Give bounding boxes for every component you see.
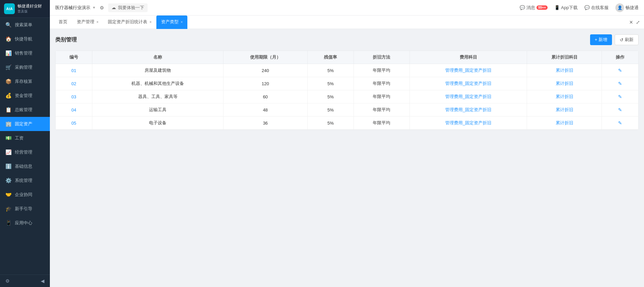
cell-name: 器具、工具、家具等 bbox=[92, 90, 223, 103]
company-selector[interactable]: 医疗器械行业演示 ▼ bbox=[55, 5, 96, 11]
tab-asset-manage-close[interactable]: × bbox=[96, 20, 98, 24]
content-area: 类别管理 + 新增 ↺ 刷新 编号 名称 使用期限（月） 残值率 折旧方法 bbox=[50, 29, 644, 287]
sidebar-item-label: 工资 bbox=[15, 135, 24, 141]
sidebar-item-operation[interactable]: 📈 经营管理 bbox=[0, 145, 50, 159]
sidebar-item-label: 销售管理 bbox=[15, 50, 32, 56]
table-row: 01 房屋及建筑物 240 5% 年限平均 管理费用_固定资产折旧 累计折旧 ✎ bbox=[56, 64, 638, 77]
sidebar-item-salary[interactable]: 💵 工资 bbox=[0, 131, 50, 145]
sidebar-item-label: 应用中心 bbox=[15, 220, 32, 226]
app-center-icon: 📱 bbox=[5, 220, 11, 226]
col-name: 名称 bbox=[92, 51, 223, 64]
cell-name: 电子设备 bbox=[92, 117, 223, 130]
edit-icon[interactable]: ✎ bbox=[618, 120, 622, 126]
refresh-icon: ↺ bbox=[620, 37, 623, 42]
tabs-bar: 首页 资产管理 × 固定资产折旧统计表 × 资产类型 × ✕ ⤢ bbox=[50, 15, 644, 29]
sidebar-item-label: 经营管理 bbox=[15, 149, 32, 155]
new-button[interactable]: + 新增 bbox=[590, 34, 612, 45]
sidebar-item-guide[interactable]: 🎓 新手引导 bbox=[0, 202, 50, 216]
tab-asset-type-close[interactable]: × bbox=[181, 20, 183, 24]
page-header: 类别管理 + 新增 ↺ 刷新 bbox=[55, 34, 639, 45]
cell-action[interactable]: ✎ bbox=[602, 117, 638, 130]
col-residual: 残值率 bbox=[307, 51, 354, 64]
cell-name: 房屋及建筑物 bbox=[92, 64, 223, 77]
sidebar-item-label: 企业协同 bbox=[15, 192, 32, 198]
collapse-icon[interactable]: ◀ bbox=[41, 278, 44, 284]
col-accumulated: 累计折旧科目 bbox=[527, 51, 602, 64]
col-code: 编号 bbox=[56, 51, 92, 64]
message-icon: 💬 bbox=[520, 5, 525, 10]
cell-expense: 管理费用_固定资产折旧 bbox=[409, 77, 527, 90]
cell-method: 年限平均 bbox=[354, 64, 410, 77]
basic-icon: ℹ️ bbox=[5, 163, 11, 169]
cell-action[interactable]: ✎ bbox=[602, 103, 638, 117]
table-row: 05 电子设备 36 5% 年限平均 管理费用_固定资产折旧 累计折旧 ✎ bbox=[56, 117, 638, 130]
cell-action[interactable]: ✎ bbox=[602, 90, 638, 103]
fixed-assets-icon: 🏢 bbox=[5, 121, 11, 127]
demo-button[interactable]: ☁ 我要体验一下 bbox=[108, 3, 148, 12]
table: 编号 名称 使用期限（月） 残值率 折旧方法 费用科目 累计折旧科目 操作 01… bbox=[56, 51, 638, 130]
cell-method: 年限平均 bbox=[354, 117, 410, 130]
sidebar-item-quicknav[interactable]: 🏠 快捷导航 bbox=[0, 32, 50, 46]
cell-action[interactable]: ✎ bbox=[602, 64, 638, 77]
table-row: 02 机器、机械和其他生产设备 120 5% 年限平均 管理费用_固定资产折旧 … bbox=[56, 77, 638, 90]
cell-period: 48 bbox=[223, 103, 307, 117]
sidebar-item-inventory[interactable]: 📦 库存核算 bbox=[0, 74, 50, 89]
sidebar-item-capital[interactable]: 💰 资金管理 bbox=[0, 89, 50, 103]
tab-asset-type-label: 资产类型 bbox=[161, 19, 179, 25]
inventory-icon: 📦 bbox=[5, 78, 11, 85]
edit-icon[interactable]: ✎ bbox=[618, 68, 622, 73]
sidebar-item-label: 系统管理 bbox=[15, 178, 32, 184]
sidebar-item-system[interactable]: ⚙️ 系统管理 bbox=[0, 173, 50, 188]
sidebar-item-fixed[interactable]: 🏢 固定资产 bbox=[0, 117, 50, 131]
refresh-button[interactable]: ↺ 刷新 bbox=[615, 34, 639, 45]
tab-asset-manage[interactable]: 资产管理 × bbox=[72, 15, 103, 29]
tab-depreciation-table[interactable]: 固定资产折旧统计表 × bbox=[103, 15, 156, 29]
asset-type-table: 编号 名称 使用期限（月） 残值率 折旧方法 费用科目 累计折旧科目 操作 01… bbox=[55, 51, 639, 130]
col-action: 操作 bbox=[602, 51, 638, 64]
purchase-icon: 🛒 bbox=[5, 64, 11, 70]
sidebar-item-label: 快捷导航 bbox=[15, 36, 32, 42]
user-profile[interactable]: 👤 畅捷通 bbox=[615, 3, 639, 12]
salary-icon: 💵 bbox=[5, 135, 11, 141]
cell-period: 240 bbox=[223, 64, 307, 77]
sidebar: AtA 畅捷通好业财 普及版 🔍 搜索菜单 🏠 快捷导航 📊 销售管理 🛒 采购… bbox=[0, 0, 50, 287]
message-label: 消息 bbox=[526, 5, 535, 11]
sidebar-item-cooperation[interactable]: 🤝 企业协同 bbox=[0, 188, 50, 202]
cell-residual: 5% bbox=[307, 77, 354, 90]
page-title: 类别管理 bbox=[55, 36, 77, 43]
cell-method: 年限平均 bbox=[354, 77, 410, 90]
cell-expense: 管理费用_固定资产折旧 bbox=[409, 64, 527, 77]
avatar: 👤 bbox=[615, 3, 624, 12]
cell-accumulated: 累计折旧 bbox=[527, 103, 602, 117]
cell-accumulated: 累计折旧 bbox=[527, 90, 602, 103]
sales-icon: 📊 bbox=[5, 50, 11, 56]
table-row: 03 器具、工具、家具等 60 5% 年限平均 管理费用_固定资产折旧 累计折旧… bbox=[56, 90, 638, 103]
sidebar-item-ledger[interactable]: 📋 总账管理 bbox=[0, 103, 50, 117]
sidebar-logo: AtA 畅捷通好业财 普及版 bbox=[0, 0, 50, 18]
sidebar-item-label: 库存核算 bbox=[15, 78, 32, 85]
tab-asset-type[interactable]: 资产类型 × bbox=[156, 15, 187, 29]
settings-icon[interactable]: ⚙ bbox=[100, 5, 104, 10]
edit-icon[interactable]: ✎ bbox=[618, 107, 622, 113]
sidebar-item-app[interactable]: 📱 应用中心 bbox=[0, 216, 50, 230]
message-button[interactable]: 💬 消息 99++ bbox=[520, 5, 548, 11]
sidebar-item-label: 总账管理 bbox=[15, 107, 32, 113]
cell-action[interactable]: ✎ bbox=[602, 77, 638, 90]
window-expand-button[interactable]: ⤢ bbox=[636, 20, 640, 25]
tab-depreciation-close[interactable]: × bbox=[149, 20, 151, 24]
tab-home[interactable]: 首页 bbox=[54, 15, 72, 29]
app-download-button[interactable]: 📱 App下载 bbox=[554, 5, 578, 11]
sidebar-item-purchase[interactable]: 🛒 采购管理 bbox=[0, 60, 50, 74]
online-service-button[interactable]: 💬 在线客服 bbox=[584, 5, 609, 11]
sidebar-item-search[interactable]: 🔍 搜索菜单 bbox=[0, 18, 50, 32]
settings-footer-icon[interactable]: ⚙ bbox=[5, 278, 10, 284]
demo-label: 我要体验一下 bbox=[118, 5, 144, 11]
sidebar-item-sales[interactable]: 📊 销售管理 bbox=[0, 46, 50, 60]
sidebar-item-basic[interactable]: ℹ️ 基础信息 bbox=[0, 159, 50, 173]
edit-icon[interactable]: ✎ bbox=[618, 81, 622, 86]
window-close-button[interactable]: ✕ bbox=[629, 20, 633, 25]
sidebar-item-label: 搜索菜单 bbox=[15, 22, 32, 28]
refresh-label: 刷新 bbox=[625, 37, 634, 43]
cell-residual: 5% bbox=[307, 64, 354, 77]
edit-icon[interactable]: ✎ bbox=[618, 94, 622, 99]
